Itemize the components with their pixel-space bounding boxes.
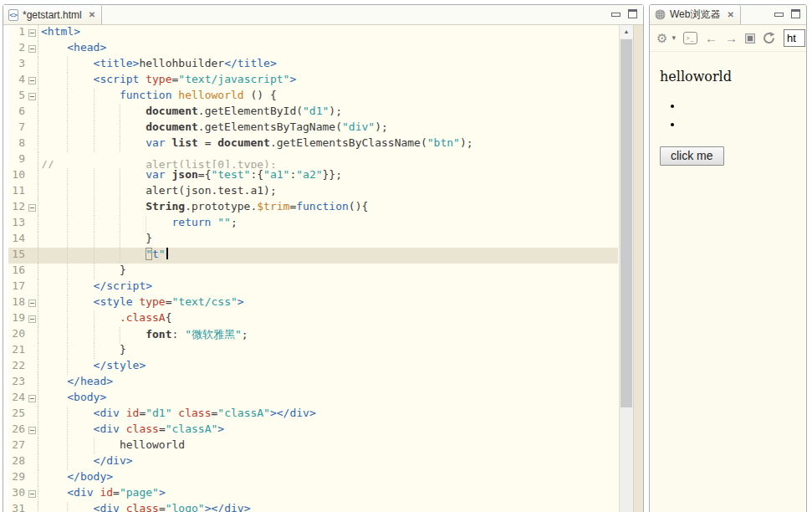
code-line[interactable]: 19.classA{: [3, 311, 618, 327]
code-lines: 1<html>2<head>3<title>hellohbuilder</tit…: [3, 25, 618, 512]
code-line[interactable]: 14}: [3, 232, 618, 248]
fold-gutter: [27, 454, 38, 470]
indent-guide: [41, 200, 67, 216]
code-line[interactable]: 6document.getElementById("d1");: [3, 105, 618, 120]
fold-gutter: [27, 502, 38, 512]
line-number: 26: [8, 422, 27, 438]
indent-guide: [67, 248, 93, 264]
back-icon[interactable]: ←: [705, 32, 718, 44]
fold-collapse-icon[interactable]: [28, 395, 36, 402]
code-line[interactable]: 26<div class="classA">: [3, 422, 618, 438]
tab-web-browser[interactable]: Web浏览器 ✕: [650, 5, 741, 24]
fold-gutter: [27, 57, 38, 73]
indent-guide: [67, 359, 93, 375]
code-line[interactable]: 27helloworld: [3, 438, 618, 454]
line-number: 20: [8, 327, 27, 343]
fold-collapse-icon[interactable]: [28, 45, 36, 53]
vertical-scrollbar[interactable]: ▲ ▼: [619, 25, 633, 512]
code-token: .prototype.: [185, 200, 257, 212]
fold-collapse-icon[interactable]: [28, 427, 36, 434]
indent-guide: [67, 311, 93, 327]
code-token: <div: [94, 422, 126, 435]
line-number: 6: [8, 105, 27, 120]
code-line[interactable]: 22</style>: [3, 359, 618, 375]
indent-guide: [41, 470, 67, 486]
line-number: 7: [8, 120, 27, 136]
code-text: String.prototype.$trim=function(){: [38, 200, 618, 216]
code-line[interactable]: 15"t": [3, 248, 618, 264]
refresh-icon[interactable]: [763, 32, 776, 44]
minimize-icon[interactable]: [774, 13, 784, 17]
click-me-button[interactable]: click me: [660, 146, 724, 166]
code-line[interactable]: 23</head>: [3, 375, 618, 391]
code-line[interactable]: 25<div id="d1" class="classA"></div>: [3, 407, 618, 422]
code-token: "classA": [217, 407, 270, 419]
fold-gutter: [27, 136, 38, 152]
code-line[interactable]: 13return "";: [3, 216, 618, 232]
code-line[interactable]: 12String.prototype.$trim=function(){: [3, 200, 618, 216]
code-line[interactable]: 5function helloworld () {: [3, 89, 618, 105]
fold-collapse-icon[interactable]: [28, 93, 36, 100]
code-line[interactable]: 17</script>: [3, 279, 618, 295]
code-line[interactable]: 11alert(json.test.a1);: [3, 184, 618, 200]
forward-icon[interactable]: →: [725, 32, 738, 44]
code-line[interactable]: 31<div class="logo"></div>: [3, 502, 618, 512]
fold-gutter: [27, 327, 38, 343]
code-line[interactable]: 9//alert(list[0].type);: [3, 152, 618, 168]
browser-tabbar: Web浏览器 ✕: [650, 5, 806, 25]
line-number: 3: [8, 57, 27, 73]
maximize-icon[interactable]: [791, 9, 800, 18]
code-line[interactable]: 16}: [3, 264, 618, 279]
fold-collapse-icon[interactable]: [28, 77, 36, 84]
indent-guide: [41, 279, 67, 295]
code-editor[interactable]: 1<html>2<head>3<title>hellohbuilder</tit…: [3, 25, 643, 512]
code-line[interactable]: 4<script type="text/javascript">: [3, 73, 618, 89]
indent-guide: [41, 105, 67, 120]
code-token: document: [146, 105, 198, 117]
code-line[interactable]: 21}: [3, 343, 618, 359]
line-number: 22: [8, 359, 27, 375]
fold-gutter: [27, 25, 38, 41]
fold-gutter: [27, 200, 38, 216]
chevron-down-icon[interactable]: ▾: [672, 34, 676, 42]
code-line[interactable]: 29</body>: [3, 470, 618, 486]
fold-collapse-icon[interactable]: [28, 29, 36, 37]
code-text: alert(json.test.a1);: [38, 184, 618, 200]
maximize-icon[interactable]: [628, 9, 637, 18]
gear-icon[interactable]: ⚙: [656, 32, 667, 44]
code-line[interactable]: 7document.getElementsByTagName("div");: [3, 120, 618, 136]
code-line[interactable]: 24<body>: [3, 391, 618, 407]
code-token: </div>: [94, 454, 133, 467]
fold-collapse-icon[interactable]: [28, 315, 36, 323]
scrollbar-thumb[interactable]: [620, 39, 632, 407]
code-token: >: [159, 486, 166, 499]
indent-guide: [120, 248, 146, 264]
close-icon[interactable]: ✕: [727, 10, 733, 19]
svg-text:<>: <>: [9, 12, 18, 19]
browser-window-controls: [774, 9, 800, 18]
code-line[interactable]: 3<title>hellohbuilder</title>: [3, 57, 618, 73]
code-line[interactable]: 28</div>: [3, 454, 618, 470]
code-token: "page": [120, 486, 159, 499]
code-line[interactable]: 30<div id="page">: [3, 486, 618, 502]
stop-icon[interactable]: [745, 33, 755, 44]
code-line[interactable]: 2<head>: [3, 41, 618, 57]
code-line[interactable]: 1<html>: [3, 25, 618, 41]
code-line[interactable]: 10var json={"test":{"a1":"a2"}};: [3, 168, 618, 184]
fold-collapse-icon[interactable]: [28, 204, 36, 212]
code-line[interactable]: 8var list = document.getElementsByClassN…: [3, 136, 618, 152]
code-token: ></div>: [205, 502, 251, 512]
fold-collapse-icon[interactable]: [28, 490, 36, 498]
code-line[interactable]: 20font: "微软雅黑";: [3, 327, 618, 343]
console-icon[interactable]: >_: [683, 32, 697, 44]
scroll-up-icon[interactable]: ▲: [620, 25, 633, 38]
line-number: 1: [8, 25, 27, 41]
code-line[interactable]: 18<style type="text/css">: [3, 295, 618, 311]
overview-ruler[interactable]: [633, 25, 643, 512]
fold-gutter: [27, 407, 38, 422]
tab-getstart-html[interactable]: <> *getstart.html ✕: [3, 5, 102, 24]
url-input[interactable]: [784, 29, 805, 47]
fold-collapse-icon[interactable]: [28, 300, 36, 307]
close-icon[interactable]: ✕: [89, 10, 95, 19]
minimize-icon[interactable]: [611, 13, 620, 17]
